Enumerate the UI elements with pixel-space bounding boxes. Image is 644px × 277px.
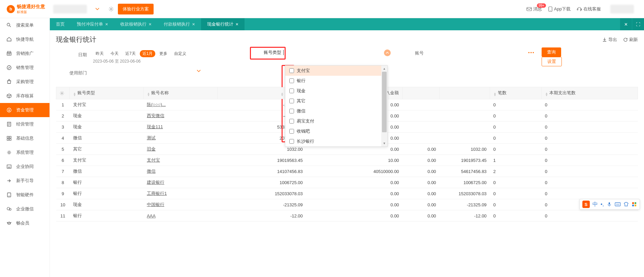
- messages-button[interactable]: 消息 99+: [526, 6, 542, 12]
- org-name-blurred: [53, 5, 87, 13]
- svg-rect-1: [527, 7, 532, 11]
- user-area-blurred: [610, 5, 634, 13]
- svg-point-3: [550, 10, 551, 11]
- trial-button[interactable]: 体验行业方案: [118, 4, 154, 14]
- app-download-button[interactable]: App下载: [548, 6, 571, 12]
- logo-area: b 畅捷通好生意 标准版: [7, 4, 50, 14]
- app-download-label: App下载: [554, 6, 571, 12]
- top-header: b 畅捷通好生意 标准版 体验行业方案 消息 99+ App下载 在线客服: [0, 0, 644, 18]
- svg-point-0: [110, 8, 112, 10]
- logo-icon: b: [7, 5, 15, 13]
- settings-icon[interactable]: [108, 6, 114, 12]
- header-right: 消息 99+ App下载 在线客服: [526, 5, 637, 13]
- brand-name: 畅捷通好生意: [17, 4, 45, 10]
- support-label: 在线客服: [583, 6, 601, 12]
- org-dropdown-icon[interactable]: [95, 8, 99, 10]
- support-button[interactable]: 在线客服: [577, 6, 601, 12]
- messages-badge: 99+: [537, 3, 546, 8]
- brand-edition: 标准版: [17, 10, 45, 14]
